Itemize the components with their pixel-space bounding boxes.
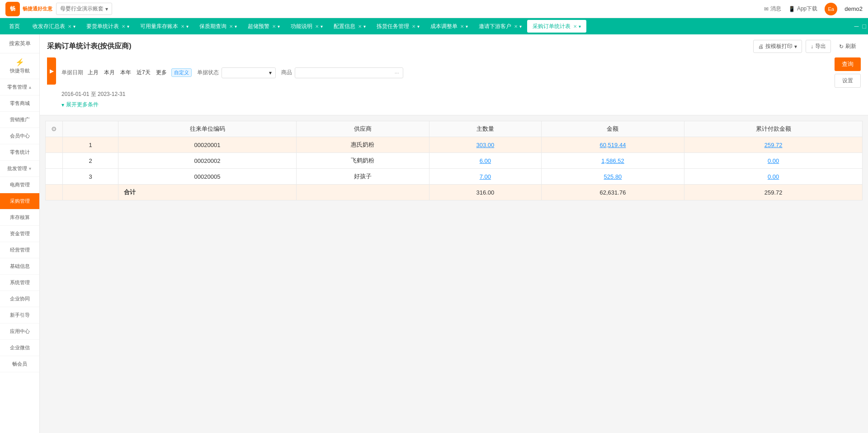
close-available-stock-icon[interactable]: ✕ [181,24,184,29]
tab-task-mgmt[interactable]: 拣货任务管理 ✕ ▾ [371,20,425,33]
content-area: 采购订单统计表(按供应商) 🖨 按模板打印 ▾ ↓ 导出 ↻ 刷新 [40,34,868,433]
row1-quantity: 303.00 [429,137,542,153]
row3-paid: 0.00 [684,169,863,185]
tab-home-label: 首页 [9,23,20,30]
search-button[interactable]: 搜索英单 [4,38,36,49]
refresh-button[interactable]: ↻ 刷新 [835,40,861,52]
sidebar-corp-wechat-label: 企业微信 [10,344,30,351]
close-expiry-query-icon[interactable]: ✕ [229,24,233,29]
header-row: ⚙ 往来单位编码 供应商 主数量 金额 累计付款金额 [46,121,863,137]
avatar[interactable]: Ea [825,3,837,15]
sidebar-item-stock-check[interactable]: 库存核算 [0,209,39,226]
footer-empty [63,185,118,200]
tab-cost-adjust[interactable]: 成本调整单 ✕ ▾ [425,20,473,33]
sidebar-item-finance[interactable]: 资金管理 [0,226,39,242]
shortcut-more[interactable]: 更多 [154,68,169,77]
goods-more-icon: ··· [395,70,399,76]
app-download-action[interactable]: 📱 App下载 [788,5,817,13]
row1-settings [46,137,63,153]
tab-overstock[interactable]: 超储预警 ✕ ▾ [242,20,285,33]
sidebar-item-purchase[interactable]: 采购管理 [0,193,39,209]
close-cost-adjust-icon[interactable]: ✕ [460,24,464,29]
sidebar-item-basic-info[interactable]: 基础信息 [0,258,39,275]
sidebar-item-corp-collab[interactable]: 企业协同 [0,291,39,307]
sidebar-item-app-center[interactable]: 应用中心 [0,324,39,340]
th-settings[interactable]: ⚙ [46,121,63,137]
arrow-available-stock-icon: ▾ [186,24,189,29]
sidebar-item-sys-mgmt[interactable]: 系统管理 [0,275,39,291]
messages-action[interactable]: ✉ 消息 [764,5,781,13]
arrow-receive-send-icon: ▾ [73,24,75,29]
print-button[interactable]: 🖨 按模板打印 ▾ [753,40,802,53]
sidebar-item-marketing[interactable]: 营销推广 [0,112,39,128]
expand-row: ▾ 展开更多条件 [61,98,861,110]
settings-button[interactable]: 设置 [835,74,861,88]
close-purchase-stats-icon[interactable]: ✕ [573,24,577,29]
shortcut-this-month[interactable]: 本月 [102,68,117,77]
sidebar-stock-check-label: 库存核算 [10,214,30,221]
close-func-desc-icon[interactable]: ✕ [315,24,319,29]
filter-row-1: 单据日期 上月 本月 本年 近7天 更多 自定义 单据状态 [61,57,861,88]
query-button[interactable]: 查询 [835,57,861,71]
footer-row: 合计 316.00 62,631.76 259.72 [46,185,863,200]
tab-purchase-stats[interactable]: 采购订单统计表 ✕ ▾ [527,20,586,33]
arrow-cost-adjust-icon: ▾ [466,24,468,29]
tab-config-label: 配置信息 [334,23,355,30]
table-row: 1 00020001 惠氏奶粉 303.00 60,519.44 259.72 [46,137,863,153]
row1-paid: 259.72 [684,137,863,153]
filter-toggle[interactable]: ▶ [47,57,56,85]
close-invite-icon[interactable]: ✕ [514,24,518,29]
sidebar-item-biz-mgmt[interactable]: 经营管理 [0,242,39,258]
tab-expiry-query[interactable]: 保质期查询 ✕ ▾ [194,20,242,33]
close-overstock-icon[interactable]: ✕ [272,24,276,29]
close-goods-stats-icon[interactable]: ✕ [122,24,125,29]
sidebar-item-corp-wechat[interactable]: 企业微信 [0,340,39,356]
expand-button[interactable]: ▾ 展开更多条件 [61,101,99,109]
status-select[interactable]: ▾ [222,67,276,78]
sidebar-item-retail-store[interactable]: 零售商城 [0,95,39,112]
minimize-icon[interactable]: ─ [854,23,859,30]
expand-icon: ▾ [61,102,64,108]
page-title: 采购订单统计表(按供应商) [47,42,132,51]
sidebar-item-new-guide[interactable]: 新手引导 [0,307,39,324]
shortcut-7days[interactable]: 近7天 [135,68,152,77]
sidebar-item-vip[interactable]: 畅会员 [0,356,39,372]
shortcut-last-month[interactable]: 上月 [86,68,100,77]
tab-home[interactable]: 首页 [2,20,27,33]
goods-input[interactable]: ··· [295,67,403,78]
arrow-func-desc-icon: ▾ [321,24,323,29]
close-config-icon[interactable]: ✕ [358,24,362,29]
sidebar-search-area: 搜索英单 [0,34,39,53]
workspace-selector[interactable]: 母婴行业演示账套 ▾ [56,3,112,15]
tab-task-mgmt-label: 拣货任务管理 [377,23,409,30]
row1-index: 1 [63,137,118,153]
sidebar-item-ecommerce[interactable]: 电商管理 [0,177,39,193]
sidebar-item-retail-mgmt[interactable]: 零售管理 ▲ [0,79,39,95]
close-task-mgmt-icon[interactable]: ✕ [412,24,415,29]
maximize-icon[interactable]: □ [863,23,866,30]
logo-abbr: 畅 [10,5,15,13]
export-button[interactable]: ↓ 导出 [806,40,831,53]
sidebar-item-retail-stats[interactable]: 零售统计 [0,144,39,161]
sidebar-item-quick-nav[interactable]: ⚡ 快捷导航 [0,53,39,79]
wholesale-expand-icon: ▼ [28,167,32,171]
sidebar-item-member[interactable]: 会员中心 [0,128,39,144]
tab-receive-send[interactable]: 收发存汇总表 ✕ ▾ [27,20,81,33]
tab-purchase-stats-label: 采购订单统计表 [533,23,571,30]
close-receive-send-icon[interactable]: ✕ [68,24,71,29]
tab-goods-stats[interactable]: 要货单统计表 ✕ ▾ [81,20,135,33]
row1-supplier: 惠氏奶粉 [296,137,429,153]
sidebar-purchase-label: 采购管理 [10,198,30,205]
expand-label: 展开更多条件 [66,101,99,109]
tab-config[interactable]: 配置信息 ✕ ▾ [328,20,371,33]
shortcut-this-year[interactable]: 本年 [118,68,133,77]
tab-func-desc[interactable]: 功能说明 ✕ ▾ [285,20,328,33]
date-range-text: 2016-01-01 至 2023-12-31 [61,90,125,98]
tab-available-stock[interactable]: 可用量库存账本 ✕ ▾ [135,20,194,33]
custom-badge[interactable]: 自定义 [171,68,192,77]
page-actions: 🖨 按模板打印 ▾ ↓ 导出 ↻ 刷新 [753,40,861,53]
sidebar-item-wholesale[interactable]: 批发管理 ▼ [0,161,39,177]
table-footer: 合计 316.00 62,631.76 259.72 [46,185,863,200]
th-quantity: 主数量 [429,121,542,137]
tab-invite[interactable]: 邀请下游客户 ✕ ▾ [473,20,527,33]
